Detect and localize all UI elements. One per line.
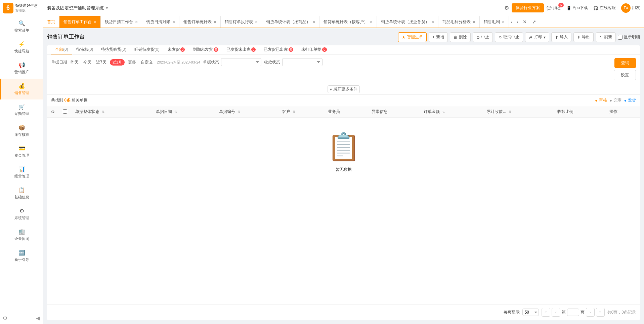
tab-nav-next[interactable]: › [515, 19, 520, 25]
page-size-select[interactable]: 20 50 100 [522, 309, 539, 316]
date-option-yesterday[interactable]: 昨天 [69, 59, 80, 66]
bulk-revoke-button[interactable]: ● 充审 [610, 97, 621, 103]
show-detail-checkbox[interactable] [618, 35, 622, 40]
sort-icon-amount[interactable]: ⇅ [442, 110, 445, 114]
sidebar-item-guide[interactable]: 🆕 新手引导 [0, 245, 43, 266]
select-all-checkbox[interactable] [63, 109, 67, 114]
sort-icon-doc-date[interactable]: ⇅ [174, 110, 177, 114]
industry-solution-button[interactable]: 体验行业方案 [512, 3, 544, 12]
online-support-button[interactable]: 🎧 在线客服 [593, 5, 616, 11]
tab-cash-daily[interactable]: 钱货日清工作台 ✕ [101, 16, 142, 28]
sort-icon-collected[interactable]: ⇅ [509, 110, 511, 114]
date-option-custom[interactable]: 自定义 [139, 59, 154, 66]
tab-margin-analysis[interactable]: 商品毛利分析表 ✕ [438, 16, 480, 28]
app-download-button[interactable]: 📱 App下载 [566, 5, 588, 11]
filter-tab-all[interactable]: 全部(0) [51, 45, 72, 54]
tab-nav-prev[interactable]: ‹ [509, 19, 515, 25]
export-button[interactable]: ⬇ 导出 [573, 32, 594, 42]
tab-sales-stat-staff-close[interactable]: ✕ [431, 20, 434, 24]
bulk-ship-button[interactable]: ● 发货 [624, 97, 636, 103]
empty-illustration: 📋 [327, 131, 360, 163]
sidebar-item-enterprise[interactable]: 🏢 企业协同 [0, 225, 43, 245]
sidebar-settings-btn[interactable]: ⚙ [3, 315, 7, 321]
next-page-button[interactable]: › [586, 308, 595, 317]
tab-sales-profit[interactable]: 销售毛利 ✕ [480, 16, 509, 28]
user-label: 用友 [632, 5, 640, 11]
filter-tab-pending-inspect[interactable]: 待拣货验货(0) [97, 45, 130, 54]
review-circle-icon: ● [595, 98, 597, 103]
import-button[interactable]: ⬆ 导入 [551, 32, 571, 42]
system-dropdown-icon[interactable]: ▾ [106, 5, 108, 10]
bulk-review-button[interactable]: ● 审核 [595, 97, 607, 103]
message-button[interactable]: 💬 消息 6 [547, 5, 561, 11]
tab-sales-exec-close[interactable]: ✕ [255, 20, 258, 24]
delete-button[interactable]: 🗑 删除 [450, 32, 471, 42]
tab-expand-btn[interactable]: ⤢ [529, 19, 539, 25]
filter-tab-shipped-not-in[interactable]: 已发货未出库0 [222, 45, 260, 54]
tab-sales-stat-customer-close[interactable]: ✕ [370, 20, 373, 24]
tab-sales-exec[interactable]: 销售订单执行表 ✕ [221, 16, 262, 28]
sidebar-item-search[interactable]: 🔍 搜索菜单 [0, 16, 43, 37]
status-select[interactable] [221, 58, 261, 66]
filter-settings-button[interactable]: 设置 [614, 70, 636, 80]
tab-sales-workbench[interactable]: 销售订单工作台 ✕ [59, 16, 101, 28]
page-header: 销售订单工作台 ★ 智能生单 + 新增 🗑 删除 ⊘ 中止 [47, 32, 640, 42]
first-page-button[interactable]: « [542, 308, 550, 317]
smart-create-button[interactable]: ★ 智能生单 [398, 32, 427, 42]
sidebar-item-sales[interactable]: 💰 销售管理 [0, 79, 43, 99]
sidebar-item-quick-nav[interactable]: ⚡ 快捷导航 [0, 37, 43, 58]
sort-icon-doc-status[interactable]: ⇅ [102, 110, 104, 114]
filter-tab-shipped-out[interactable]: 已发货已出库0 [260, 45, 297, 54]
tab-cash-daily-close[interactable]: ✕ [135, 20, 138, 24]
tab-sales-workbench-close[interactable]: ✕ [94, 20, 96, 24]
page-number-input[interactable]: 1 [567, 309, 579, 316]
pause-icon: ⊘ [476, 35, 480, 40]
tab-sales-stat-close[interactable]: ✕ [214, 20, 216, 24]
sidebar-item-basic-info[interactable]: 📋 基础信息 [0, 183, 43, 204]
tab-sales-stat-staff[interactable]: 销货单统计表（按业务员） ✕ [377, 16, 438, 28]
table-scroll-area[interactable]: ⚙ 单据整体状态 ⇅ 单据日期 ⇅ [47, 106, 640, 304]
column-settings-icon[interactable]: ⚙ [51, 110, 55, 114]
sort-icon-customer[interactable]: ⇅ [293, 110, 295, 114]
tab-sales-stat[interactable]: 销售订单统计表 ✕ [179, 16, 221, 28]
user-menu-button[interactable]: Ea 用友 [621, 3, 640, 13]
topbar-settings-icon[interactable]: ⚙ [504, 5, 509, 11]
pause-button[interactable]: ⊘ 中止 [473, 32, 493, 42]
expand-conditions-button[interactable]: ▾ 展开更多条件 [328, 85, 360, 93]
cancel-pause-button[interactable]: ↺ 取消中止 [495, 32, 523, 42]
payment-select[interactable] [282, 58, 323, 66]
sidebar-item-inventory[interactable]: 📦 库存核算 [0, 120, 43, 141]
filter-tab-wangpu[interactable]: 旺铺待发货(0) [130, 45, 164, 54]
payment-filter-label: 收款状态 [264, 59, 280, 65]
tab-sales-profit-close[interactable]: ✕ [502, 20, 505, 24]
tab-close-all-btn[interactable]: ✕ [520, 19, 529, 25]
sidebar-item-purchase[interactable]: 🛒 采购管理 [0, 99, 43, 120]
tab-sales-stat-product-close[interactable]: ✕ [312, 20, 315, 24]
filter-tab-not-shipped[interactable]: 未发货0 [164, 45, 189, 54]
refresh-button[interactable]: ↻ 刷新 [596, 32, 616, 42]
sidebar-item-marketing[interactable]: 📢 营销推广 [0, 58, 43, 79]
tab-home[interactable]: 首页 [43, 16, 59, 28]
tab-cash-reconcile-close[interactable]: ✕ [172, 20, 175, 24]
add-button[interactable]: + 新增 [429, 32, 448, 42]
date-option-more[interactable]: 更多 [127, 59, 137, 66]
tab-sales-stat-product[interactable]: 销货单统计表（按商品） ✕ [262, 16, 319, 28]
sidebar-item-finance[interactable]: 💳 资金管理 [0, 141, 43, 162]
sidebar-collapse-btn[interactable]: ◀ [36, 315, 40, 321]
prev-page-button[interactable]: ‹ [552, 308, 560, 317]
tab-sales-stat-customer[interactable]: 销货单统计表（按客户） ✕ [319, 16, 377, 28]
filter-tab-overdue[interactable]: 到期未发货0 [189, 45, 222, 54]
date-option-today[interactable]: 今天 [82, 59, 93, 66]
filter-tab-pending-review[interactable]: 待审核(0) [72, 45, 97, 54]
print-button[interactable]: 🖨 打印 ▾ [525, 32, 549, 42]
last-page-button[interactable]: » [596, 308, 605, 317]
sort-icon-doc-number[interactable]: ⇅ [238, 110, 240, 114]
date-option-1month[interactable]: 近1月 [110, 59, 125, 66]
filter-tab-not-printed[interactable]: 未打印单据0 [297, 45, 331, 54]
sidebar-item-system[interactable]: ⚙ 系统管理 [0, 204, 43, 225]
date-option-7days[interactable]: 近7天 [95, 59, 108, 66]
tab-cash-reconcile[interactable]: 钱货日清对账 ✕ [142, 16, 179, 28]
query-button[interactable]: 查询 [614, 58, 636, 68]
tab-margin-analysis-close[interactable]: ✕ [473, 20, 475, 24]
sidebar-item-operations[interactable]: 📊 经营管理 [0, 162, 43, 183]
